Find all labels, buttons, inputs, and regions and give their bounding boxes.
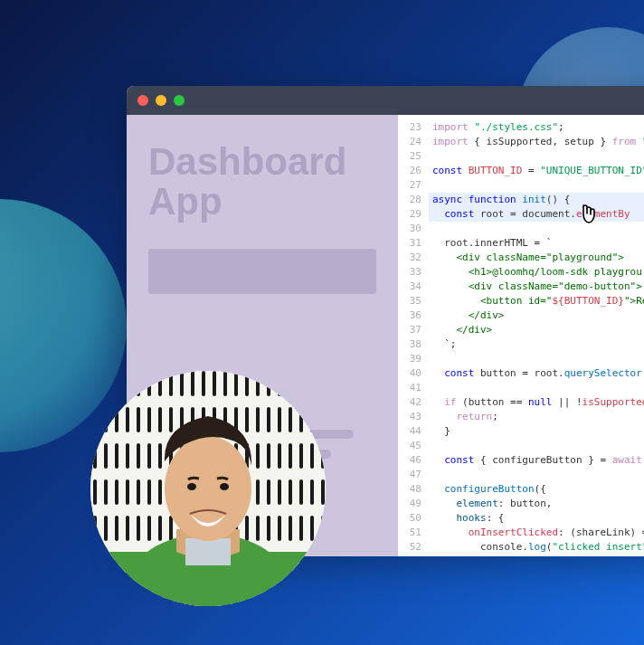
code-line[interactable] bbox=[429, 381, 644, 395]
code-line[interactable]: import { isSupported, setup } from " bbox=[429, 135, 644, 149]
code-line[interactable] bbox=[429, 178, 644, 193]
line-number: 53 bbox=[402, 555, 421, 556]
line-number: 48 bbox=[402, 482, 421, 497]
code-line[interactable]: root.innerHTML = ` bbox=[429, 236, 644, 251]
minimize-icon[interactable] bbox=[156, 95, 166, 106]
line-number: 28 bbox=[402, 193, 421, 207]
code-line[interactable]: import "./styles.css"; bbox=[429, 120, 644, 135]
line-number: 29 bbox=[402, 207, 421, 222]
line-number: 23 bbox=[402, 120, 421, 135]
avatar bbox=[90, 371, 326, 606]
code-line[interactable]: `; bbox=[429, 337, 644, 352]
cursor-pointer-icon bbox=[579, 203, 599, 231]
line-number: 32 bbox=[402, 251, 421, 265]
svg-point-7 bbox=[187, 483, 196, 490]
code-content[interactable]: import "./styles.css";import { isSupport… bbox=[429, 115, 644, 556]
svg-point-8 bbox=[220, 483, 229, 490]
line-number: 45 bbox=[402, 439, 421, 453]
code-line[interactable]: const BUTTON_ID = "UNIQUE_BUTTON_ID" bbox=[429, 164, 644, 178]
code-line[interactable]: <div className="demo-button"> bbox=[429, 280, 644, 294]
line-number: 33 bbox=[402, 265, 421, 280]
zoom-icon[interactable] bbox=[174, 95, 185, 106]
code-line[interactable] bbox=[429, 439, 644, 453]
line-number: 41 bbox=[402, 381, 421, 395]
code-line[interactable]: const { configureButton } = await bbox=[429, 453, 644, 468]
line-number: 31 bbox=[402, 236, 421, 251]
line-number: 37 bbox=[402, 323, 421, 337]
line-number: 30 bbox=[402, 222, 421, 236]
code-line[interactable]: return; bbox=[429, 410, 644, 424]
code-line[interactable] bbox=[429, 352, 644, 366]
line-number: 49 bbox=[402, 497, 421, 511]
app-title: Dashboard App bbox=[148, 142, 376, 222]
close-icon[interactable] bbox=[137, 95, 148, 106]
line-number: 40 bbox=[402, 366, 421, 381]
code-line[interactable]: hooks: { bbox=[429, 511, 644, 526]
code-line[interactable] bbox=[429, 468, 644, 482]
code-line[interactable]: const button = root.querySelector( bbox=[429, 366, 644, 381]
line-number: 42 bbox=[402, 395, 421, 410]
code-line[interactable]: element: button, bbox=[429, 497, 644, 511]
code-line[interactable]: onInsertClicked: (shareLink) = bbox=[429, 526, 644, 540]
line-number: 50 bbox=[402, 511, 421, 526]
line-number: 38 bbox=[402, 337, 421, 352]
line-number: 27 bbox=[402, 178, 421, 193]
code-line[interactable]: <h1>@loomhq/loom-sdk playgrou bbox=[429, 265, 644, 280]
line-number-gutter: 2324252627282930313233343536373839404142… bbox=[398, 115, 429, 556]
line-number: 43 bbox=[402, 410, 421, 424]
line-number: 26 bbox=[402, 164, 421, 178]
svg-rect-5 bbox=[185, 538, 231, 565]
code-editor[interactable]: 2324252627282930313233343536373839404142… bbox=[398, 115, 644, 556]
code-line[interactable]: const root = document.elementBy bbox=[429, 207, 644, 222]
code-line[interactable] bbox=[429, 222, 644, 236]
code-line[interactable]: <div className="playground"> bbox=[429, 251, 644, 265]
code-line[interactable]: } bbox=[429, 424, 644, 439]
code-line[interactable]: </div> bbox=[429, 308, 644, 323]
code-line[interactable]: console.log("clicked insert" bbox=[429, 540, 644, 555]
line-number: 24 bbox=[402, 135, 421, 149]
line-number: 36 bbox=[402, 308, 421, 323]
decorative-circle bbox=[0, 199, 127, 452]
titlebar[interactable] bbox=[127, 86, 644, 115]
line-number: 25 bbox=[402, 149, 421, 164]
code-line[interactable]: async function init() { bbox=[429, 193, 644, 207]
line-number: 46 bbox=[402, 453, 421, 468]
line-number: 44 bbox=[402, 424, 421, 439]
code-line[interactable]: configureButton({ bbox=[429, 482, 644, 497]
line-number: 47 bbox=[402, 468, 421, 482]
placeholder-block bbox=[148, 249, 376, 294]
line-number: 52 bbox=[402, 540, 421, 555]
code-line[interactable]: if (button == null || !isSupported bbox=[429, 395, 644, 410]
line-number: 35 bbox=[402, 294, 421, 308]
code-line[interactable]: </div> bbox=[429, 323, 644, 337]
line-number: 34 bbox=[402, 280, 421, 294]
code-line[interactable]: console.log(shareLink) bbox=[429, 555, 644, 556]
line-number: 39 bbox=[402, 352, 421, 366]
code-line[interactable] bbox=[429, 149, 644, 164]
code-line[interactable]: <button id="${BUTTON_ID}">Re bbox=[429, 294, 644, 308]
line-number: 51 bbox=[402, 526, 421, 540]
